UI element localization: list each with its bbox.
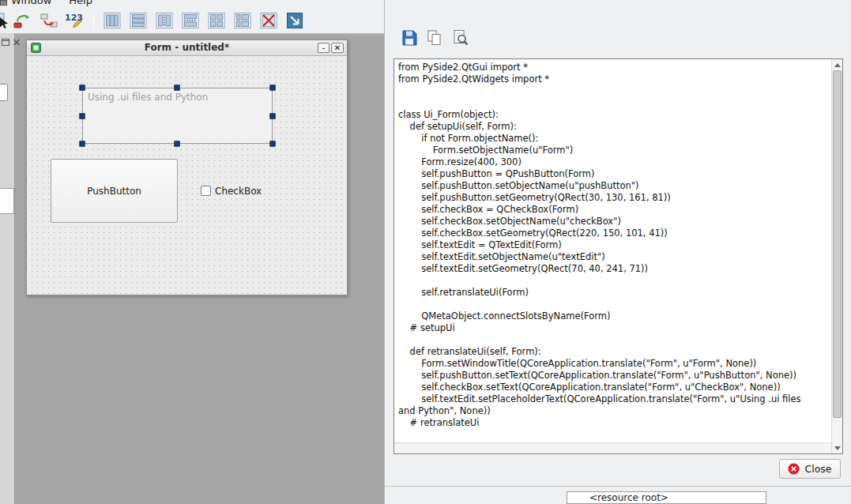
selection-handle-middle-right[interactable]: [270, 114, 276, 119]
code-line: QMetaObject.connectSlotsByName(Form): [398, 310, 831, 322]
code-line: self.textEdit = QTextEdit(Form): [398, 239, 831, 251]
close-button[interactable]: Close: [779, 459, 841, 479]
layout-horizontal-icon[interactable]: [103, 11, 122, 30]
code-line: self.pushButton.setGeometry(QRect(30, 13…: [398, 192, 831, 204]
edit-tab-order-icon[interactable]: 123: [65, 11, 84, 30]
adjust-size-icon[interactable]: [285, 11, 304, 30]
textedit-widget[interactable]: Using .ui files and Python: [82, 88, 273, 144]
tab-order-label: 123: [65, 13, 83, 23]
layout-form-icon[interactable]: [233, 11, 252, 30]
code-line: self.checkBox.setText(QCoreApplication.t…: [398, 382, 831, 393]
code-line: [398, 299, 831, 310]
code-line: Form.resize(400, 300): [398, 156, 831, 168]
code-line: self.pushButton.setObjectName(u"pushButt…: [398, 180, 831, 192]
selection-handle-top-center[interactable]: [175, 85, 180, 91]
checkbox-label: CheckBox: [215, 186, 262, 197]
code-line: Form.setObjectName(u"Form"): [398, 145, 831, 156]
code-line: class Ui_Form(object):: [398, 109, 831, 121]
code-line: self.pushButton = QPushButton(Form): [398, 168, 831, 180]
code-viewer-dialog: from PySide2.QtGui import *from PySide2.…: [384, 0, 851, 504]
edit-buddies-icon[interactable]: [40, 11, 58, 30]
selection-handle-bottom-right[interactable]: [270, 141, 276, 147]
checkbox-widget[interactable]: CheckBox: [201, 175, 281, 207]
widget-list-item-sliver[interactable]: [0, 188, 14, 214]
code-line: self.checkBox.setGeometry(QRect(220, 150…: [398, 228, 831, 239]
pushbutton-widget[interactable]: PushButton: [51, 159, 178, 223]
toolbar-separator: [93, 13, 94, 28]
copy-icon[interactable]: [425, 28, 444, 47]
edit-signals-slots-icon[interactable]: [13, 11, 32, 30]
selection-handle-bottom-left[interactable]: [80, 141, 85, 147]
code-line: # retranslateUi: [398, 417, 831, 429]
code-line: [398, 275, 831, 287]
menubar: Window Help: [0, 0, 379, 7]
resource-browser-sliver: <resource root>: [567, 491, 766, 504]
scroll-down-icon[interactable]: [832, 442, 843, 453]
edit-widgets-icon[interactable]: [0, 11, 11, 30]
layout-grid-icon[interactable]: [207, 11, 226, 30]
dialog-bottom-edge: [385, 486, 851, 487]
code-line: and Python", None)): [398, 405, 831, 417]
code-line: [398, 85, 831, 97]
code-line: from PySide2.QtGui import *: [398, 62, 831, 73]
code-line: self.pushButton.setText(QCoreApplication…: [398, 370, 831, 382]
close-circle-icon: [788, 463, 800, 475]
scroll-up-icon[interactable]: [832, 59, 843, 70]
code-line: [398, 97, 831, 109]
code-line: self.textEdit.setGeometry(QRect(70, 40, …: [398, 263, 831, 275]
close-button-label: Close: [804, 463, 831, 475]
code-line: if not Form.objectName():: [398, 133, 831, 145]
vertical-scrollbar-thumb[interactable]: [833, 70, 842, 418]
form-canvas[interactable]: Using .ui files and Python PushButton Ch…: [27, 56, 347, 295]
code-line: Form.setWindowTitle(QCoreApplication.tra…: [398, 358, 831, 370]
code-line: self.retranslateUi(Form): [398, 287, 831, 299]
layout-vertical-icon[interactable]: [129, 11, 148, 30]
save-icon[interactable]: [400, 28, 419, 47]
code-line: def setupUi(self, Form):: [398, 121, 831, 133]
selection-handle-top-left[interactable]: [80, 85, 85, 91]
code-line: self.checkBox = QCheckBox(Form): [398, 204, 831, 216]
code-line: [398, 334, 831, 346]
code-line: self.checkBox.setObjectName(u"checkBox"): [398, 216, 831, 228]
main-toolbar: 123: [0, 7, 384, 33]
code-line: def retranslateUi(self, Form):: [398, 346, 831, 358]
layout-splitter-vertical-icon[interactable]: [181, 11, 200, 30]
code-line: self.textEdit.setObjectName(u"textEdit"): [398, 251, 831, 263]
break-layout-icon[interactable]: [259, 11, 278, 30]
checkbox-indicator[interactable]: [201, 186, 211, 196]
dock-close-icon[interactable]: [12, 38, 21, 47]
textedit-placeholder: Using .ui files and Python: [83, 88, 272, 106]
widget-box-dock-sliver: [0, 33, 15, 504]
layout-splitter-horizontal-icon[interactable]: [155, 11, 174, 30]
horizontal-scrollbar[interactable]: [394, 442, 831, 453]
selection-handle-bottom-center[interactable]: [175, 141, 180, 147]
find-icon[interactable]: [451, 28, 470, 47]
minimize-button[interactable]: -: [318, 43, 329, 53]
code-text[interactable]: from PySide2.QtGui import *from PySide2.…: [394, 59, 831, 442]
menu-help[interactable]: Help: [69, 0, 92, 6]
vertical-scrollbar[interactable]: [831, 59, 842, 453]
dock-float-icon[interactable]: [1, 38, 10, 47]
code-line: # setupUi: [398, 322, 831, 334]
code-line: from PySide2.QtWidgets import *: [398, 73, 831, 85]
code-area: from PySide2.QtGui import *from PySide2.…: [393, 58, 843, 454]
close-window-button[interactable]: ✕: [331, 43, 344, 53]
selection-handle-top-right[interactable]: [270, 85, 276, 91]
widget-filter-input[interactable]: [0, 84, 8, 101]
resource-root-item[interactable]: <resource root>: [567, 492, 766, 504]
form-designer-window: Form - untitled* - ✕ Using .ui files and…: [26, 39, 348, 295]
form-titlebar[interactable]: Form - untitled* - ✕: [27, 40, 347, 56]
qt-designer-window: Window Help 123: [0, 0, 851, 504]
code-line: self.textEdit.setPlaceholderText(QCoreAp…: [398, 393, 831, 405]
selection-handle-middle-left[interactable]: [80, 114, 85, 119]
pushbutton-label: PushButton: [87, 186, 141, 197]
form-window-title: Form - untitled*: [27, 42, 347, 53]
menu-window[interactable]: Window: [11, 0, 51, 6]
